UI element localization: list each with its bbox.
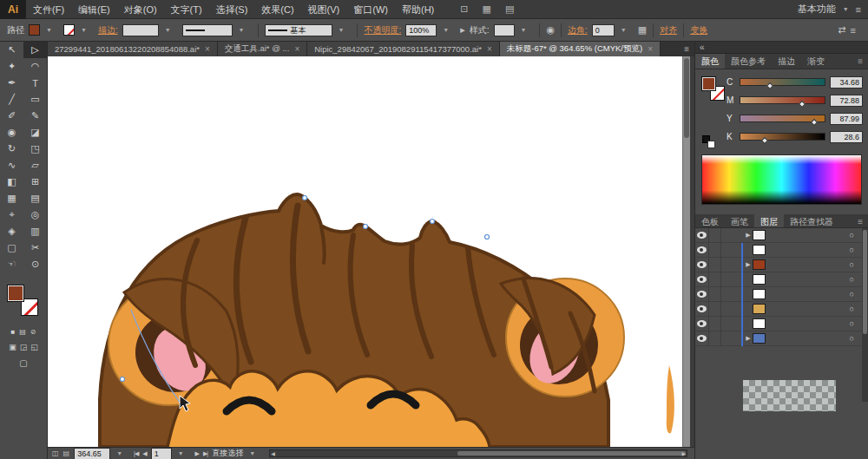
layer-row-3[interactable]: ○ xyxy=(695,272,868,287)
draw-behind-icon[interactable]: ◲ xyxy=(20,343,28,351)
visibility-cell[interactable] xyxy=(695,258,709,272)
blend-tool[interactable]: ◎ xyxy=(23,207,47,223)
workspace-switcher[interactable]: 基本功能 xyxy=(798,3,836,16)
hand-tool[interactable]: ☜ xyxy=(0,256,23,272)
artboard-dropdown-icon[interactable]: ▼ xyxy=(178,450,184,456)
artwork-svg[interactable] xyxy=(48,56,690,447)
white-swatch[interactable] xyxy=(707,141,715,148)
corner-widget-icon[interactable]: ▦ xyxy=(638,24,647,36)
last-artboard-icon[interactable]: ▶| xyxy=(203,450,207,457)
tab-色板[interactable]: 色板 xyxy=(695,214,725,227)
style-field[interactable] xyxy=(494,24,515,36)
layer-thumbnail[interactable] xyxy=(753,245,766,255)
eye-icon[interactable] xyxy=(697,305,707,312)
status-dropdown-icon[interactable]: ▼ xyxy=(249,450,255,456)
slice-tool[interactable]: ✂ xyxy=(23,239,47,256)
layer-row-7[interactable]: ▶○ xyxy=(695,331,868,346)
layer-thumbnail[interactable] xyxy=(753,289,766,299)
channel-value-field[interactable]: 72.88 xyxy=(830,95,863,107)
layer-thumbnail[interactable] xyxy=(753,333,766,344)
target-circle-icon[interactable]: ○ xyxy=(850,246,854,254)
pencil-tool[interactable]: ✎ xyxy=(23,108,47,124)
visibility-cell[interactable] xyxy=(695,317,709,331)
vertical-scroll-thumb[interactable] xyxy=(684,58,689,138)
lock-cell[interactable] xyxy=(709,317,721,331)
layers-scroll-thumb[interactable] xyxy=(863,230,867,334)
status-icon-2[interactable]: ▤ xyxy=(63,449,70,457)
target-circle-icon[interactable]: ○ xyxy=(850,319,854,328)
tab-画笔[interactable]: 画笔 xyxy=(725,214,754,227)
close-tab-icon[interactable]: × xyxy=(487,44,492,54)
fill-swatch[interactable] xyxy=(29,24,40,36)
canvas-vertical-scrollbar[interactable] xyxy=(682,56,690,447)
document-tab-0[interactable]: 27299441_20180613220208854088.ai*× xyxy=(48,42,218,56)
eye-icon[interactable] xyxy=(697,246,707,253)
tab-overflow-icon[interactable]: ≡ xyxy=(679,42,694,56)
mesh-tool[interactable]: ▦ xyxy=(0,190,23,207)
menubar-item-8[interactable]: 帮助(H) xyxy=(395,0,441,19)
stroke-weight-dropdown-icon[interactable]: ▼ xyxy=(165,27,171,33)
corner-dropdown-icon[interactable]: ▼ xyxy=(621,27,627,33)
channel-value-field[interactable]: 28.6 xyxy=(830,131,863,143)
eye-icon[interactable] xyxy=(697,335,707,342)
scroll-right-icon[interactable]: ▶ xyxy=(681,450,686,457)
brush-definition[interactable]: 基本 xyxy=(265,24,332,36)
menubar-item-2[interactable]: 对象(O) xyxy=(117,0,164,19)
line-segment-tool[interactable]: ╱ xyxy=(0,91,23,108)
tab-颜色参考[interactable]: 颜色参考 xyxy=(725,54,772,69)
none-mode-icon[interactable]: ⊘ xyxy=(30,328,36,336)
selection-tool[interactable]: ↖ xyxy=(0,42,23,58)
scroll-left-icon[interactable]: ◀ xyxy=(271,450,275,457)
align-link[interactable]: 对齐 xyxy=(660,24,677,36)
horizontal-scroll-thumb[interactable] xyxy=(457,451,686,456)
channel-slider[interactable] xyxy=(740,115,825,122)
panel-arrow-icon[interactable]: ▸ xyxy=(460,24,465,36)
layer-thumbnail[interactable] xyxy=(753,274,766,285)
symbol-sprayer-tool[interactable]: ◈ xyxy=(0,223,23,239)
menu-panel-icon[interactable]: ≡ xyxy=(856,4,861,15)
prev-artboard-icon[interactable]: ◀ xyxy=(142,450,146,457)
visibility-cell[interactable] xyxy=(695,287,709,302)
layer-thumbnail[interactable] xyxy=(753,230,766,240)
color-spectrum[interactable] xyxy=(701,154,862,205)
visibility-cell[interactable] xyxy=(695,272,709,287)
perspective-grid-tool[interactable]: ⊞ xyxy=(23,174,47,190)
target-circle-icon[interactable]: ○ xyxy=(850,275,854,284)
zoom-dropdown-icon[interactable]: ▼ xyxy=(116,450,122,456)
layer-row-4[interactable]: ○ xyxy=(695,287,868,302)
draw-normal-icon[interactable]: ▣ xyxy=(9,343,16,351)
menubar-item-7[interactable]: 窗口(W) xyxy=(346,0,395,19)
opacity-field[interactable]: 100% xyxy=(405,24,437,36)
layer-row-1[interactable]: ○ xyxy=(695,243,868,258)
target-circle-icon[interactable]: ○ xyxy=(850,334,854,343)
channel-slider[interactable] xyxy=(740,133,825,141)
brush-dropdown-icon[interactable]: ▼ xyxy=(339,27,345,33)
opacity-dropdown-icon[interactable]: ▼ xyxy=(443,27,449,33)
lock-cell[interactable] xyxy=(709,243,721,258)
magic-wand-tool[interactable]: ✦ xyxy=(0,58,23,75)
orange-stray-shape[interactable] xyxy=(667,365,674,433)
tab-描边[interactable]: 描边 xyxy=(772,54,801,69)
swap-arrows-icon[interactable]: ⇄ xyxy=(838,24,845,36)
bridge-icon[interactable]: ⊡ xyxy=(460,3,468,15)
zoom-tool[interactable]: ⊙ xyxy=(23,256,47,272)
layer-row-6[interactable]: ○ xyxy=(695,317,868,331)
arrange-documents-icon[interactable]: ▦ xyxy=(483,3,491,15)
scale-tool[interactable]: ◳ xyxy=(23,141,47,157)
rotate-tool[interactable]: ↻ xyxy=(0,141,23,157)
target-circle-icon[interactable]: ○ xyxy=(850,260,854,269)
style-dropdown-icon[interactable]: ▼ xyxy=(521,27,527,33)
artboard-tool[interactable]: ▢ xyxy=(0,239,23,256)
column-graph-tool[interactable]: ▥ xyxy=(23,223,47,239)
transform-link[interactable]: 变换 xyxy=(690,24,707,36)
eye-icon[interactable] xyxy=(697,320,707,327)
channel-slider[interactable] xyxy=(740,96,825,104)
menubar-item-5[interactable]: 效果(C) xyxy=(254,0,300,19)
artboard-number-field[interactable]: 1 xyxy=(151,448,172,459)
layer-thumbnail[interactable] xyxy=(753,259,766,270)
eye-icon[interactable] xyxy=(697,276,707,283)
visibility-cell[interactable] xyxy=(695,331,709,346)
layer-row-5[interactable]: ○ xyxy=(695,302,868,317)
slider-handle[interactable] xyxy=(799,101,806,108)
free-transform-tool[interactable]: ▱ xyxy=(23,157,47,174)
